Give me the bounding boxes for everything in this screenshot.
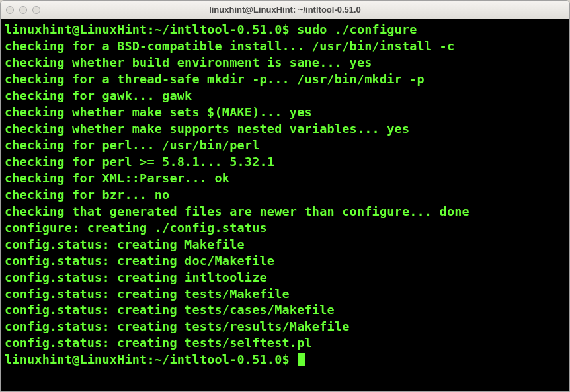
close-icon[interactable] xyxy=(6,6,14,14)
output-line: checking for perl... /usr/bin/perl xyxy=(5,138,260,152)
output-line: configure: creating ./config.status xyxy=(5,221,267,235)
output-line: config.status: creating doc/Makefile xyxy=(5,254,274,268)
output-line: config.status: creating Makefile xyxy=(5,237,245,251)
output-line: checking for bzr... no xyxy=(5,188,169,202)
window-title: linuxhint@LinuxHint: ~/intltool-0.51.0 xyxy=(209,5,361,15)
prompt-dollar: $ xyxy=(282,352,290,366)
terminal-window: linuxhint@LinuxHint: ~/intltool-0.51.0 l… xyxy=(0,0,570,392)
terminal-body[interactable]: linuxhint@LinuxHint:~/intltool-0.51.0$ s… xyxy=(1,19,569,391)
prompt-path: ~/intltool-0.51.0 xyxy=(155,352,282,366)
command-text: sudo ./configure xyxy=(297,22,417,36)
prompt-user-host: linuxhint@LinuxHint xyxy=(5,352,147,366)
prompt-sep: : xyxy=(147,22,154,36)
prompt-dollar: $ xyxy=(282,22,290,36)
output-line: checking whether make supports nested va… xyxy=(5,122,409,136)
output-line: checking whether make sets $(MAKE)... ye… xyxy=(5,105,312,119)
cursor-icon xyxy=(298,353,305,366)
output-line: config.status: creating intltoolize xyxy=(5,270,267,284)
prompt-sep: : xyxy=(147,352,154,366)
prompt-user-host: linuxhint@LinuxHint xyxy=(5,22,147,36)
output-line: config.status: creating tests/selftest.p… xyxy=(5,336,312,350)
maximize-icon[interactable] xyxy=(32,6,40,14)
output-line: checking whether build environment is sa… xyxy=(5,56,372,69)
output-line: checking for a thread-safe mkdir -p... /… xyxy=(5,72,425,86)
output-line: config.status: creating tests/Makefile xyxy=(5,287,290,301)
titlebar: linuxhint@LinuxHint: ~/intltool-0.51.0 xyxy=(1,1,569,19)
output-line: config.status: creating tests/cases/Make… xyxy=(5,303,335,317)
output-line: checking that generated files are newer … xyxy=(5,204,469,218)
output-line: config.status: creating tests/results/Ma… xyxy=(5,319,350,333)
window-controls xyxy=(6,6,40,14)
prompt-path: ~/intltool-0.51.0 xyxy=(155,22,282,36)
output-line: checking for perl >= 5.8.1... 5.32.1 xyxy=(5,155,274,169)
output-line: checking for XML::Parser... ok xyxy=(5,171,229,185)
output-line: checking for a BSD-compatible install...… xyxy=(5,39,454,53)
minimize-icon[interactable] xyxy=(19,6,27,14)
output-line: checking for gawk... gawk xyxy=(5,89,192,102)
